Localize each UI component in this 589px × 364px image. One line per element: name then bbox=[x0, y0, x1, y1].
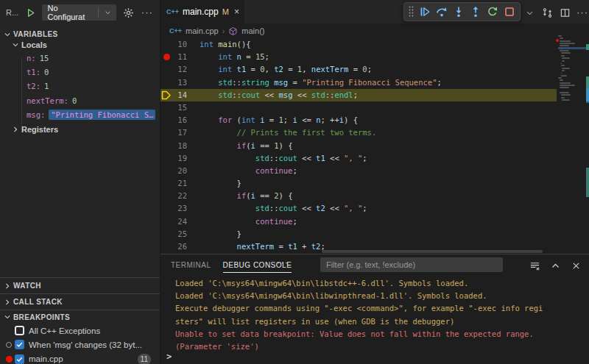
minimap-line bbox=[558, 35, 562, 37]
maximize-panel-button[interactable] bbox=[548, 258, 562, 273]
breakpoint-checkbox[interactable] bbox=[15, 340, 24, 349]
tab-label: main.cpp bbox=[183, 7, 219, 17]
breakpoint-checkbox[interactable] bbox=[15, 354, 24, 364]
variable-row-t1[interactable]: t1:0 bbox=[0, 65, 160, 79]
code-line-15[interactable]: 15 bbox=[161, 101, 557, 114]
minimap-line bbox=[560, 92, 570, 93]
console-input-prompt[interactable]: > bbox=[166, 351, 172, 362]
code-line-12[interactable]: 12 int t1 = 0, t2 = 1, nextTerm = 0; bbox=[161, 63, 557, 76]
stop-icon bbox=[504, 6, 515, 18]
breakpoint-gutter[interactable] bbox=[161, 190, 174, 202]
filter-input[interactable] bbox=[320, 257, 503, 272]
code-line-13[interactable]: 13 std::string msg = "Printing Fibonacci… bbox=[161, 76, 557, 89]
breakpoint-gutter[interactable] bbox=[161, 228, 174, 240]
breakpoint-row-0[interactable]: All C++ Exceptions bbox=[0, 324, 160, 338]
compare-changes-button[interactable] bbox=[540, 6, 554, 19]
panel-tab-terminal[interactable]: TERMINAL bbox=[171, 257, 211, 272]
drag-gripper[interactable] bbox=[406, 3, 416, 21]
minimap-line bbox=[560, 82, 571, 84]
breakpoint-gutter[interactable] bbox=[161, 101, 174, 114]
watch-section-header[interactable]: WATCH bbox=[0, 277, 160, 293]
breakpoint-gutter[interactable] bbox=[161, 126, 174, 139]
variable-row-msg[interactable]: msg:"Printing Fibonacci S… bbox=[0, 107, 160, 121]
minimap-line bbox=[560, 40, 571, 42]
code-line-17[interactable]: 17 // Prints the first two terms. bbox=[161, 126, 557, 139]
breakpoint-checkbox[interactable] bbox=[15, 326, 24, 335]
current-line-arrow-icon[interactable] bbox=[161, 89, 174, 101]
minimap-line bbox=[560, 50, 570, 51]
breadcrumb-symbol[interactable]: main() bbox=[241, 26, 264, 35]
code-line-22[interactable]: 22 if(i == 2) { bbox=[161, 190, 557, 202]
continue-button[interactable] bbox=[416, 3, 433, 21]
code-text bbox=[191, 101, 200, 114]
step-out-button[interactable] bbox=[467, 3, 484, 21]
debug-settings-button[interactable] bbox=[121, 5, 135, 20]
breakpoint-gutter[interactable] bbox=[161, 240, 174, 253]
stop-button[interactable] bbox=[501, 3, 518, 21]
step-over-button[interactable] bbox=[433, 3, 450, 21]
code-line-11[interactable]: 11 int n = 15; bbox=[161, 51, 557, 63]
code-line-21[interactable]: 21 } bbox=[161, 177, 557, 190]
restart-button[interactable] bbox=[484, 3, 501, 21]
circle-outline-icon bbox=[3, 342, 15, 348]
step-into-button[interactable] bbox=[450, 3, 467, 21]
variable-row-t2[interactable]: t2:1 bbox=[0, 79, 160, 93]
breakpoint-gutter[interactable] bbox=[161, 140, 174, 152]
code-text: std::cout << t2 << ", "; bbox=[191, 202, 367, 215]
breakpoint-gutter[interactable] bbox=[161, 63, 174, 76]
breakpoint-gutter[interactable] bbox=[161, 165, 174, 177]
code-line-20[interactable]: 20 continue; bbox=[161, 165, 557, 177]
close-panel-button[interactable] bbox=[568, 258, 583, 273]
code-line-18[interactable]: 18 if(i == 1) { bbox=[161, 140, 557, 152]
debug-configuration-dropdown[interactable]: No Configurat bbox=[42, 4, 116, 21]
minimap[interactable] bbox=[558, 32, 586, 121]
breakpoint-row-2[interactable]: main.cpp11 bbox=[0, 352, 160, 364]
breakpoints-list: All C++ ExceptionsWhen 'msg' changes (32… bbox=[0, 324, 160, 364]
breakpoint-gutter[interactable] bbox=[161, 114, 174, 126]
breakpoint-gutter[interactable] bbox=[161, 152, 174, 165]
debug-toolbar bbox=[403, 2, 521, 21]
code-line-14[interactable]: 14 std::cout << msg << std::endl; bbox=[161, 89, 557, 101]
code-line-23[interactable]: 23 std::cout << t2 << ", "; bbox=[161, 202, 557, 215]
run-and-debug-toolbar: R... No Configurat ··· bbox=[0, 0, 160, 25]
close-tab-icon[interactable]: × bbox=[234, 7, 239, 17]
panel-more-actions[interactable]: ··· bbox=[277, 259, 289, 266]
variable-row-n[interactable]: n:15 bbox=[0, 51, 160, 65]
minimap-line bbox=[561, 75, 568, 76]
code-line-24[interactable]: 24 continue; bbox=[161, 215, 557, 228]
code-line-19[interactable]: 19 std::cout << t1 << ", "; bbox=[161, 152, 557, 165]
panel-tabs: TERMINALDEBUG CONSOLE bbox=[171, 254, 292, 275]
chevron-right-icon bbox=[4, 299, 11, 306]
breakpoint-gutter[interactable] bbox=[161, 38, 174, 51]
code-editor[interactable]: 10int main(){11 int n = 15;12 int t1 = 0… bbox=[161, 38, 557, 253]
breakpoint-gutter[interactable] bbox=[161, 215, 174, 228]
breakpoint-row-1[interactable]: When 'msg' changes (32 byt... bbox=[0, 338, 160, 351]
variable-value: 0 bbox=[72, 96, 77, 105]
locals-scope-row[interactable]: Locals bbox=[0, 38, 160, 51]
breadcrumb-file[interactable]: main.cpp bbox=[186, 26, 219, 35]
step-over-icon bbox=[436, 6, 448, 18]
line-number: 13 bbox=[174, 76, 187, 89]
split-editor-button[interactable] bbox=[558, 6, 571, 19]
start-debugging-button[interactable] bbox=[24, 5, 37, 20]
more-actions-button[interactable]: ··· bbox=[141, 5, 154, 20]
breakpoints-section-header[interactable]: BREAKPOINTS bbox=[0, 310, 160, 324]
tab-main-cpp[interactable]: C++ main.cpp M × bbox=[161, 0, 244, 24]
code-line-10[interactable]: 10int main(){ bbox=[161, 38, 557, 51]
clear-console-button[interactable] bbox=[527, 258, 542, 273]
registers-scope-row[interactable]: Registers bbox=[0, 123, 160, 136]
breakpoint-gutter[interactable] bbox=[161, 76, 174, 89]
gear-icon bbox=[123, 7, 134, 18]
code-line-16[interactable]: 16 for (int i = 1; i <= n; ++i) { bbox=[161, 114, 557, 126]
code-text: std::string msg = "Printing Fibonacci Se… bbox=[191, 76, 442, 89]
breakpoint-icon[interactable] bbox=[161, 51, 174, 63]
variable-row-nextTerm[interactable]: nextTerm:0 bbox=[0, 93, 160, 107]
code-line-25[interactable]: 25 } bbox=[161, 228, 557, 240]
debug-dropdown-button[interactable] bbox=[523, 6, 536, 19]
code-text: int t1 = 0, t2 = 1, nextTerm = 0; bbox=[191, 63, 372, 76]
breakpoint-gutter[interactable] bbox=[161, 202, 174, 215]
call-stack-section-header[interactable]: CALL STACK bbox=[0, 293, 160, 310]
editor-more-actions-button[interactable]: ··· bbox=[576, 6, 589, 19]
horizontal-scrollbar[interactable] bbox=[322, 250, 543, 253]
breakpoint-gutter[interactable] bbox=[161, 177, 174, 190]
